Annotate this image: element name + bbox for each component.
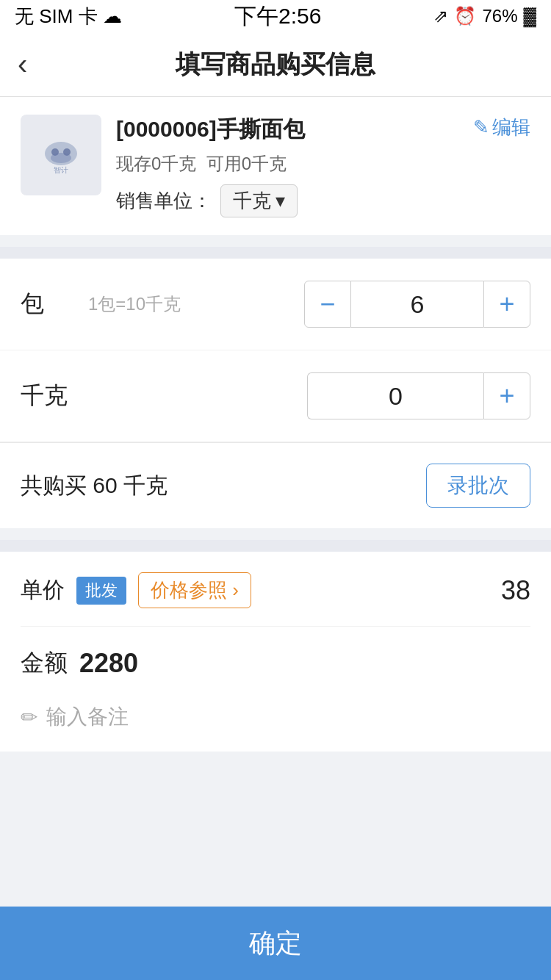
total-text: 共购买 60 千克	[21, 471, 168, 501]
product-unit-row: 销售单位： 千克 ▾	[116, 184, 530, 217]
price-value: 38	[501, 575, 530, 606]
location-icon: ⇗	[433, 6, 448, 26]
kg-quantity-row: 千克 +	[0, 350, 551, 442]
price-type-tag: 批发	[76, 577, 126, 605]
confirm-bar[interactable]: 确定	[0, 907, 551, 980]
kg-qty-controls: +	[307, 372, 530, 419]
back-button[interactable]: ‹	[18, 48, 27, 81]
alarm-icon: ⏰	[454, 6, 476, 26]
battery-icon: ▓	[524, 6, 537, 26]
batch-button[interactable]: 录批次	[426, 464, 530, 508]
amount-section: 金额 2280 ✏ 输入备注	[0, 627, 551, 752]
product-image: 智计	[21, 115, 101, 195]
price-row: 单价 批发 价格参照 › 38	[21, 572, 530, 627]
unit-label: 销售单位：	[116, 188, 212, 214]
product-stock: 现存0千克 可用0千克	[116, 152, 530, 176]
battery-level: 76%	[482, 6, 517, 26]
bag-qty-controls: − +	[304, 281, 530, 328]
section-divider-1	[0, 247, 551, 259]
status-time: 下午2:56	[234, 1, 321, 32]
kg-qty-input[interactable]	[307, 372, 483, 419]
amount-value: 2280	[79, 648, 138, 679]
svg-text:智计: 智计	[54, 166, 68, 174]
quantity-section: 包 1包=10千克 − + 千克 +	[0, 259, 551, 442]
bag-qty-input[interactable]	[351, 281, 483, 328]
status-bar: 无 SIM 卡 ☁ 下午2:56 ⇗ ⏰ 76% ▓	[0, 0, 551, 32]
bag-quantity-row: 包 1包=10千克 − +	[0, 259, 551, 350]
price-label: 单价	[21, 575, 65, 605]
bag-increment-button[interactable]: +	[483, 281, 530, 328]
bag-label: 包	[21, 288, 79, 320]
unit-selector[interactable]: 千克 ▾	[220, 184, 298, 217]
remark-icon: ✏	[21, 705, 37, 729]
status-right: ⇗ ⏰ 76% ▓	[433, 6, 536, 26]
edit-icon: ✎	[473, 116, 489, 139]
nav-bar: ‹ 填写商品购买信息	[0, 32, 551, 97]
price-reference-button[interactable]: 价格参照 ›	[138, 572, 251, 608]
amount-label: 金额	[21, 647, 68, 680]
product-section: 智计 [0000006]手撕面包 现存0千克 可用0千克 销售单位： 千克 ▾ …	[0, 97, 551, 235]
confirm-label: 确定	[249, 926, 302, 962]
dropdown-icon: ▾	[276, 190, 285, 212]
total-row: 共购买 60 千克 录批次	[0, 442, 551, 528]
content-area	[0, 752, 551, 907]
bag-hint: 1包=10千克	[88, 292, 304, 316]
section-divider-2	[0, 540, 551, 552]
kg-label: 千克	[21, 380, 79, 412]
product-name: [0000006]手撕面包	[116, 115, 530, 145]
page-title: 填写商品购买信息	[176, 48, 375, 82]
edit-button[interactable]: ✎ 编辑	[473, 115, 530, 140]
svg-point-3	[51, 153, 71, 163]
kg-increment-button[interactable]: +	[483, 372, 530, 419]
bag-decrement-button[interactable]: −	[304, 281, 351, 328]
product-info: [0000006]手撕面包 现存0千克 可用0千克 销售单位： 千克 ▾	[116, 115, 530, 217]
product-logo-icon: 智计	[39, 133, 83, 177]
amount-row: 金额 2280	[21, 647, 530, 691]
sim-status: 无 SIM 卡 ☁	[15, 4, 122, 29]
price-section: 单价 批发 价格参照 › 38	[0, 552, 551, 627]
remark-row[interactable]: ✏ 输入备注	[21, 691, 530, 752]
status-left: 无 SIM 卡 ☁	[15, 4, 122, 29]
remark-placeholder: 输入备注	[46, 703, 129, 731]
